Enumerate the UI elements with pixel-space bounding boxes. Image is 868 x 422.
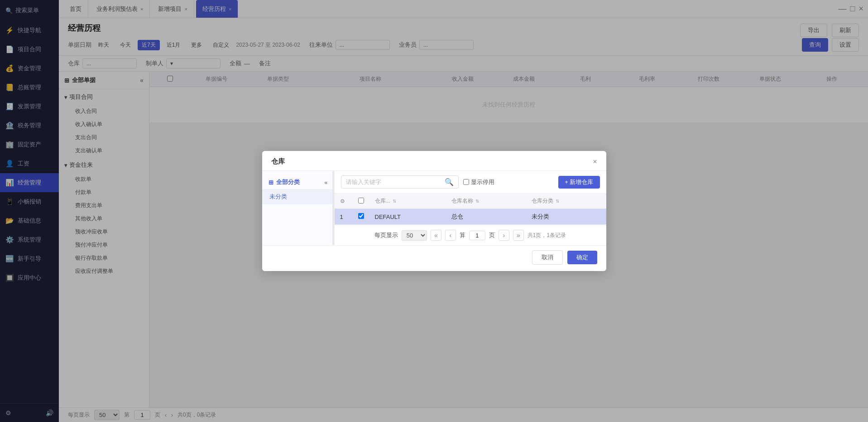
th-warehouse-category[interactable]: 仓库分类 ⇅ (526, 194, 606, 209)
add-warehouse-button[interactable]: + 新增仓库 (558, 176, 599, 189)
dialog-actions: 取消 确定 (262, 245, 606, 271)
dialog-sidebar-header[interactable]: ⊞ 全部分类 « (262, 175, 334, 189)
dialog-title: 仓库 (271, 157, 285, 166)
th-gear[interactable]: ⚙ (335, 194, 353, 209)
warehouse-table: ⚙ 仓库... ⇅ 仓库名称 ⇅ 仓库分类 ⇅ 1 DEFA (335, 194, 606, 225)
dialog-body: ⊞ 全部分类 « 未分类 🔍 (262, 171, 606, 245)
th-warehouse-code[interactable]: 仓库... ⇅ (369, 194, 446, 209)
cancel-button[interactable]: 取消 (532, 250, 563, 265)
dialog-table: ⚙ 仓库... ⇅ 仓库名称 ⇅ 仓库分类 ⇅ 1 DEFA (335, 194, 606, 225)
per-page-label: 每页显示 (374, 231, 398, 239)
dialog-search-wrapper: 🔍 (341, 175, 459, 189)
dialog-first-page-btn[interactable]: « (431, 230, 441, 241)
td-category: 未分类 (526, 209, 606, 225)
warehouse-dialog: 仓库 × ⊞ 全部分类 « 未分类 (262, 151, 606, 271)
warehouse-table-header-row: ⚙ 仓库... ⇅ 仓库名称 ⇅ 仓库分类 ⇅ (335, 194, 606, 209)
dialog-sidebar-uncategorized[interactable]: 未分类 (262, 189, 334, 204)
table-row[interactable]: 1 DEFAULT 总仓 未分类 (335, 209, 606, 225)
row-checkbox[interactable] (358, 213, 364, 219)
th-warehouse-name[interactable]: 仓库名称 ⇅ (446, 194, 526, 209)
sort-icon-name: ⇅ (475, 199, 479, 204)
show-disabled-checkbox[interactable] (463, 179, 469, 185)
dialog-sidebar-all-label: 全部分类 (276, 178, 300, 186)
th-select (353, 194, 369, 209)
confirm-button[interactable]: 确定 (567, 251, 597, 264)
dialog-per-page-select[interactable]: 50 100 200 (402, 230, 427, 241)
warehouse-table-body: 1 DEFAULT 总仓 未分类 (335, 209, 606, 225)
dialog-pagination: 每页显示 50 100 200 « ‹ 算 页 › » 共1页，1条记录 (335, 225, 606, 245)
dialog-sidebar-scrollbar (332, 171, 334, 245)
gear-icon: ⚙ (340, 198, 345, 204)
show-disabled-text: 显示停用 (471, 178, 494, 186)
dialog-calc-label: 算 (460, 231, 465, 239)
dialog-total-info: 共1页，1条记录 (528, 232, 566, 239)
dialog-toolbar: 🔍 显示停用 + 新增仓库 (335, 171, 606, 194)
modal-overlay: 仓库 × ⊞ 全部分类 « 未分类 (0, 0, 868, 422)
dialog-header: 仓库 × (262, 151, 606, 171)
td-checkbox[interactable] (353, 209, 369, 225)
dialog-main: 🔍 显示停用 + 新增仓库 ⚙ (335, 171, 606, 245)
dialog-page-label: 页 (489, 231, 495, 239)
dialog-collapse-icon[interactable]: « (324, 179, 327, 186)
dialog-select-all[interactable] (358, 198, 364, 204)
dialog-search-icon: 🔍 (445, 178, 454, 186)
dialog-close-button[interactable]: × (593, 158, 597, 166)
dialog-search-input[interactable] (346, 179, 442, 185)
dialog-sidebar: ⊞ 全部分类 « 未分类 (262, 171, 335, 245)
warehouse-table-head: ⚙ 仓库... ⇅ 仓库名称 ⇅ 仓库分类 ⇅ (335, 194, 606, 209)
dialog-last-page-btn[interactable]: » (513, 230, 524, 241)
sort-icon-category: ⇅ (556, 199, 559, 204)
td-code: DEFAULT (369, 209, 446, 225)
dialog-next-page-btn[interactable]: › (499, 230, 509, 241)
td-row-num: 1 (335, 209, 353, 225)
dialog-prev-page-btn[interactable]: ‹ (445, 230, 456, 241)
td-name: 总仓 (446, 209, 526, 225)
dialog-sidebar-item-label: 未分类 (269, 193, 287, 200)
show-disabled-label[interactable]: 显示停用 (463, 178, 494, 186)
sort-icon-code: ⇅ (393, 199, 396, 204)
grid-icon2: ⊞ (269, 179, 273, 186)
dialog-page-input[interactable] (469, 231, 485, 240)
